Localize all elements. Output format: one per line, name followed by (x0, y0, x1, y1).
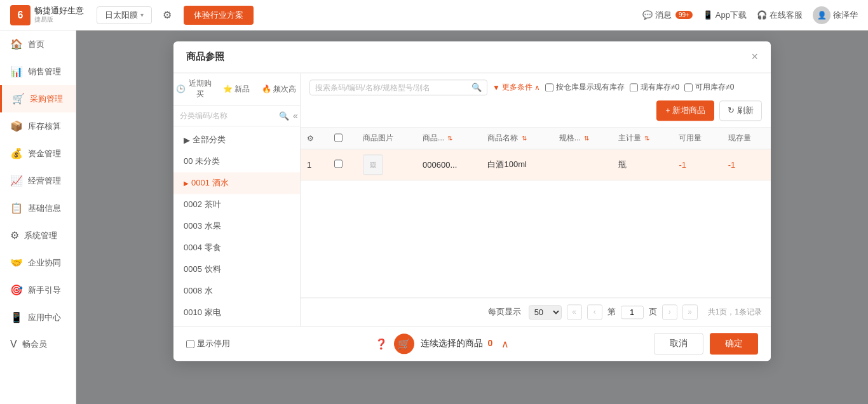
category-tabs: 🕒 近期购买 ⭐ 新品 🔥 频次高 (173, 73, 300, 105)
cat-appliances[interactable]: 0010 家电 (173, 302, 300, 323)
product-panel: 🔍 ▼ 更多条件 ∧ 按仓库显示现有库存 现有库存≠0 (301, 73, 771, 326)
gear-button[interactable]: ⚙ (157, 5, 177, 25)
phone-icon: 📱 (703, 10, 713, 20)
prev-page-button[interactable]: ‹ (587, 304, 602, 320)
category-search-input[interactable] (180, 111, 275, 120)
settings-icon[interactable]: ⚙ (307, 134, 314, 143)
sidebar-item-inventory[interactable]: 📦 库存核算 (0, 112, 76, 140)
product-search-input[interactable] (315, 83, 469, 92)
cat-tea[interactable]: 0002 茶叶 (173, 194, 300, 215)
page-suffix: 页 (649, 306, 657, 318)
system-icon: ⚙ (10, 229, 19, 241)
sidebar-item-appcenter[interactable]: 📱 应用中心 (0, 304, 76, 331)
col-available: 可用量 (672, 128, 721, 149)
col-spec[interactable]: 规格... ⇅ (553, 128, 612, 149)
col-unit[interactable]: 主计量 ⇅ (612, 128, 673, 149)
cat-fruit[interactable]: 0003 水果 (173, 215, 300, 237)
sidebar-item-member[interactable]: V 畅会员 (0, 331, 76, 358)
sidebar-item-enterprise[interactable]: 🤝 企业协同 (0, 249, 76, 276)
filter-button[interactable]: ▼ 更多条件 ∧ (492, 82, 540, 93)
show-disabled-checkbox[interactable]: 显示停用 (186, 338, 230, 349)
page-label: 第 (607, 306, 616, 318)
product-table-wrapper: ⚙ 商品图片 商品... ⇅ 商品名称 ⇅ (301, 128, 771, 297)
refresh-button[interactable]: ↻ 刷新 (719, 100, 762, 121)
footer-left: 显示停用 (186, 338, 230, 349)
home-icon: 🏠 (10, 38, 23, 50)
select-all-checkbox[interactable] (334, 133, 342, 142)
sidebar-item-basic-info[interactable]: 📋 基础信息 (0, 194, 76, 222)
cat-liquor[interactable]: ▶ 0001 酒水 (173, 172, 300, 194)
warehouse-stock-checkbox[interactable]: 按仓库显示现有库存 (545, 82, 625, 93)
row-available: -1 (672, 149, 721, 180)
cat-snacks[interactable]: 0004 零食 (173, 237, 300, 259)
help-icon[interactable]: ❓ (375, 338, 388, 350)
col-code[interactable]: 商品... ⇅ (416, 128, 481, 149)
filter-icon: ▼ (492, 83, 500, 92)
sidebar-item-finance[interactable]: 💰 资金管理 (0, 140, 76, 167)
sort-name-icon: ⇅ (522, 135, 527, 142)
table-header-row: ⚙ 商品图片 商品... ⇅ 商品名称 ⇅ (301, 128, 771, 149)
app-download-nav-item[interactable]: 📱 App下载 (703, 10, 747, 21)
logo-text: 畅捷通好生意 (34, 6, 84, 16)
collapse-icon[interactable]: « (293, 111, 298, 121)
sort-spec-icon: ⇅ (584, 135, 589, 142)
confirm-button[interactable]: 确定 (710, 333, 758, 354)
footer-collapse-icon[interactable]: ∧ (501, 338, 509, 350)
footer-center: ❓ 🛒 连续选择的商品 0 ∧ (238, 333, 646, 354)
active-triangle-icon: ▶ (184, 180, 189, 187)
messages-badge: 99+ (675, 11, 693, 19)
search-icon[interactable]: 🔍 (471, 83, 482, 92)
info-icon: 📋 (10, 202, 23, 214)
first-page-button[interactable]: « (567, 304, 582, 320)
col-name[interactable]: 商品名称 ⇅ (481, 128, 552, 149)
row-spec (553, 149, 612, 180)
row-name: 白酒100ml (481, 149, 552, 180)
message-icon: 💬 (642, 10, 653, 20)
col-stock: 现存量 (722, 128, 771, 149)
sidebar-item-sales[interactable]: 📊 销售管理 (0, 58, 76, 85)
frequent-icon: 🔥 (262, 84, 271, 93)
newbie-icon: 🎯 (10, 284, 23, 296)
modal-body: 🕒 近期购买 ⭐ 新品 🔥 频次高 🔍 « (173, 73, 771, 326)
available-stock-checkbox[interactable]: 可用库存≠0 (684, 82, 734, 93)
sidebar-item-purchase[interactable]: 🛒 采购管理 (0, 85, 76, 112)
modal-close-button[interactable]: × (751, 50, 758, 64)
cat-all[interactable]: ▶ 全部分类 (173, 129, 300, 151)
last-page-button[interactable]: » (682, 304, 698, 320)
member-icon: V (10, 339, 17, 350)
row-unit: 瓶 (612, 149, 673, 180)
add-product-button[interactable]: + 新增商品 (656, 100, 714, 121)
page-number-input[interactable] (621, 306, 644, 319)
modal-header: 商品参照 × (173, 41, 771, 73)
sidebar-item-home[interactable]: 🏠 首页 (0, 30, 76, 58)
cat-none[interactable]: 00 未分类 (173, 151, 300, 172)
selected-count-value: 0 (488, 338, 493, 348)
tab-new[interactable]: ⭐ 新品 (215, 73, 257, 105)
headset-icon: 🎧 (757, 10, 767, 20)
per-page-label: 每页显示 (488, 306, 521, 318)
messages-nav-item[interactable]: 💬 消息 99+ (642, 10, 693, 21)
tab-frequent[interactable]: 🔥 频次高 (258, 73, 300, 105)
product-modal: 商品参照 × 🕒 近期购买 ⭐ 新品 🔥 频次高 (173, 41, 771, 361)
image-placeholder-icon: 🖼 (370, 161, 376, 168)
cta-button[interactable]: 体验行业方案 (184, 6, 254, 25)
customer-service-nav-item[interactable]: 🎧 在线客服 (757, 10, 803, 21)
left-sidebar: 🏠 首页 📊 销售管理 🛒 采购管理 📦 库存核算 💰 资金管理 📈 经营管理 … (0, 30, 76, 404)
cart-icon[interactable]: 🛒 (394, 333, 414, 354)
row-checkbox (328, 149, 357, 180)
per-page-select[interactable]: 50 10 20 100 (529, 305, 562, 320)
sidebar-item-system[interactable]: ⚙ 系统管理 (0, 222, 76, 249)
current-stock-checkbox[interactable]: 现有库存≠0 (630, 82, 679, 93)
tab-recent[interactable]: 🕒 近期购买 (173, 73, 215, 105)
row-num: 1 (301, 149, 328, 180)
sort-code-icon: ⇅ (447, 135, 452, 142)
table-row[interactable]: 1 🖼 000600... 白酒100ml 瓶 (301, 149, 771, 180)
user-nav-item[interactable]: 👤 徐泽华 (813, 6, 858, 24)
cancel-button[interactable]: 取消 (654, 333, 703, 354)
cat-beverages[interactable]: 0005 饮料 (173, 259, 300, 280)
store-selector[interactable]: 日太阳膜 ▾ (97, 6, 152, 24)
sidebar-item-newbie[interactable]: 🎯 新手引导 (0, 276, 76, 304)
cat-water[interactable]: 0008 水 (173, 280, 300, 302)
next-page-button[interactable]: › (662, 304, 677, 320)
sidebar-item-operations[interactable]: 📈 经营管理 (0, 167, 76, 194)
